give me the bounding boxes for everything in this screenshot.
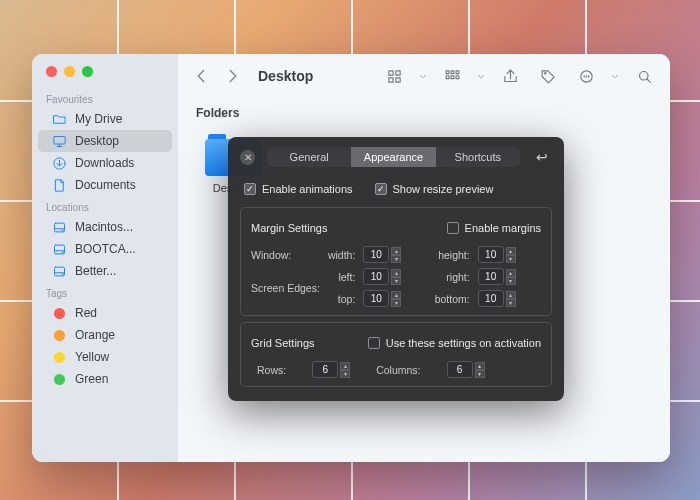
chevron-down-icon[interactable] [610, 64, 620, 88]
stepper-icon[interactable]: ▴▾ [475, 362, 485, 378]
svg-rect-19 [451, 70, 454, 73]
enable-animations-checkbox[interactable]: Enable animations [244, 183, 353, 195]
group-button[interactable] [438, 64, 466, 88]
tag-dot-icon [52, 328, 67, 343]
checkbox-icon [244, 183, 256, 195]
stepper-icon[interactable]: ▴▾ [506, 269, 516, 285]
sidebar-item-label: Desktop [75, 134, 119, 148]
stepper-icon[interactable]: ▴▾ [506, 247, 516, 263]
margin-settings-group: Margin Settings Enable margins Window: w… [240, 207, 552, 316]
zoom-button[interactable] [82, 66, 93, 77]
minimize-button[interactable] [64, 66, 75, 77]
close-button[interactable] [46, 66, 57, 77]
sidebar-item-green[interactable]: Green [38, 368, 172, 390]
nav-forward-button[interactable] [222, 64, 244, 88]
sidebar-item-bootca[interactable]: BOOTCA... [38, 238, 172, 260]
sidebar-item-label: Orange [75, 328, 115, 342]
chevron-down-icon[interactable] [476, 64, 486, 88]
search-button[interactable] [630, 64, 658, 88]
disk-icon [52, 264, 67, 279]
stepper-icon[interactable]: ▴▾ [391, 269, 401, 285]
svg-point-13 [62, 273, 63, 274]
finder-toolbar: Desktop [178, 54, 670, 98]
sidebar-item-orange[interactable]: Orange [38, 324, 172, 346]
sidebar-item-label: Yellow [75, 350, 109, 364]
svg-point-7 [62, 229, 63, 230]
sidebar-item-label: Red [75, 306, 97, 320]
checkbox-icon [375, 183, 387, 195]
tag-dot-icon [52, 306, 67, 321]
view-mode-button[interactable] [380, 64, 408, 88]
disk-icon [52, 220, 67, 235]
stepper-icon[interactable]: ▴▾ [340, 362, 350, 378]
grid-rows-field[interactable]: ▴▾ [312, 361, 350, 378]
sidebar-item-label: Macintos... [75, 220, 133, 234]
svg-point-26 [584, 76, 585, 77]
panel-back-button[interactable]: ↩ [532, 149, 552, 165]
desktop-icon [52, 134, 67, 149]
sidebar-item-documents[interactable]: Documents [38, 174, 172, 196]
margin-top-field[interactable]: ▴▾ [363, 290, 426, 307]
grid-columns-field[interactable]: ▴▾ [447, 361, 485, 378]
sidebar-item-label: My Drive [75, 112, 122, 126]
margin-left-field[interactable]: ▴▾ [363, 268, 426, 285]
download-icon [52, 156, 67, 171]
svg-rect-15 [395, 70, 399, 74]
tab-general[interactable]: General [267, 147, 351, 167]
nav-back-button[interactable] [190, 64, 212, 88]
svg-point-24 [544, 72, 545, 73]
sidebar-item-label: Better... [75, 264, 116, 278]
enable-margins-checkbox[interactable]: Enable margins [447, 222, 541, 234]
content-section-header: Folders [196, 106, 652, 120]
svg-line-30 [646, 78, 649, 81]
margin-height-field[interactable]: ▴▾ [478, 246, 541, 263]
document-icon [52, 178, 67, 193]
chevron-down-icon[interactable] [418, 64, 428, 88]
action-menu-button[interactable] [572, 64, 600, 88]
sidebar-item-label: Downloads [75, 156, 134, 170]
svg-rect-23 [456, 75, 459, 78]
svg-rect-20 [456, 70, 459, 73]
tab-appearance[interactable]: Appearance [351, 147, 435, 167]
sidebar-item-yellow[interactable]: Yellow [38, 346, 172, 368]
svg-rect-0 [54, 136, 65, 144]
sidebar-item-red[interactable]: Red [38, 302, 172, 324]
panel-close-button[interactable]: ✕ [240, 150, 255, 165]
sidebar-item-better[interactable]: Better... [38, 260, 172, 282]
window-title: Desktop [258, 68, 313, 84]
margin-bottom-field[interactable]: ▴▾ [478, 290, 541, 307]
margin-width-field[interactable]: ▴▾ [363, 246, 426, 263]
checkbox-icon [368, 337, 380, 349]
window-controls [32, 66, 178, 88]
svg-rect-18 [446, 70, 449, 73]
sidebar-item-label: Documents [75, 178, 136, 192]
svg-point-27 [586, 76, 587, 77]
svg-rect-22 [451, 75, 454, 78]
svg-rect-14 [388, 70, 392, 74]
sidebar-section-header: Locations [32, 196, 178, 216]
screen-edges-label: Screen Edges: [251, 282, 320, 294]
svg-point-28 [588, 76, 589, 77]
tags-button[interactable] [534, 64, 562, 88]
sidebar-item-downloads[interactable]: Downloads [38, 152, 172, 174]
show-resize-preview-checkbox[interactable]: Show resize preview [375, 183, 494, 195]
margin-right-field[interactable]: ▴▾ [478, 268, 541, 285]
panel-tabs: GeneralAppearanceShortcuts [267, 147, 520, 167]
stepper-icon[interactable]: ▴▾ [506, 291, 516, 307]
sidebar-item-macintos[interactable]: Macintos... [38, 216, 172, 238]
sidebar-item-label: Green [75, 372, 108, 386]
use-on-activation-checkbox[interactable]: Use these settings on activation [368, 337, 541, 349]
sidebar-item-desktop[interactable]: Desktop [38, 130, 172, 152]
svg-rect-16 [388, 77, 392, 81]
svg-rect-21 [446, 75, 449, 78]
settings-panel: ✕ GeneralAppearanceShortcuts ↩ Enable an… [228, 137, 564, 401]
stepper-icon[interactable]: ▴▾ [391, 291, 401, 307]
svg-point-10 [62, 251, 63, 252]
margin-settings-title: Margin Settings [251, 222, 327, 234]
checkbox-icon [447, 222, 459, 234]
sidebar-item-mydrive[interactable]: My Drive [38, 108, 172, 130]
share-button[interactable] [496, 64, 524, 88]
tab-shortcuts[interactable]: Shortcuts [436, 147, 520, 167]
stepper-icon[interactable]: ▴▾ [391, 247, 401, 263]
tag-dot-icon [52, 350, 67, 365]
